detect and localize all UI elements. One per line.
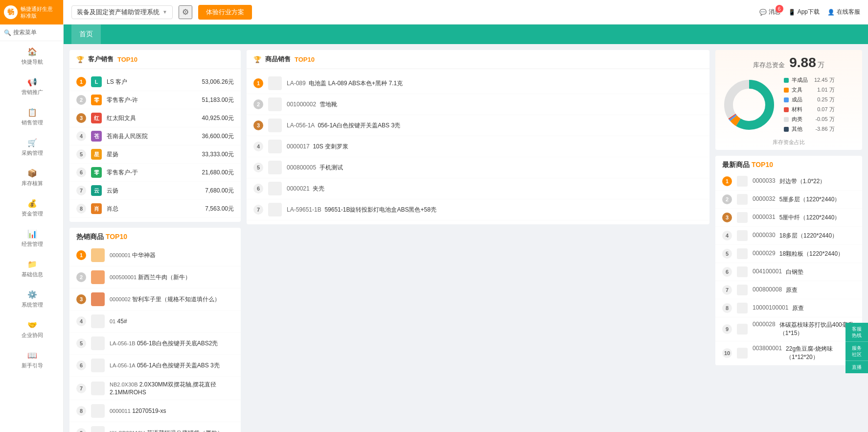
new-products-title: 最新商品 TOP10 [715, 156, 862, 172]
rank-item: 4 苍 苍南县人民医院 36,600.00元 [69, 127, 241, 145]
mid-column: 🏆 商品销售 TOP10 1 LA-089 电池盖 LA-089 ABS本色 [247, 50, 709, 432]
cs-community-button[interactable]: 服务社区 [845, 342, 868, 361]
sidebar-item-system[interactable]: ⚙️ 系统管理 [0, 284, 63, 314]
stock-legend: 半成品 12.45 万 文具 1.01 万 成品 0 [784, 76, 835, 133]
hot-prod-item: 5 LA-056-1B 056-1B白色按键开关底ABS2壳 [69, 333, 241, 355]
legend-dot [784, 127, 789, 132]
new-prod-thumb [737, 324, 748, 335]
sidebar-item-purchase[interactable]: 🛒 采购管理 [0, 132, 63, 163]
sales-icon: 📋 [27, 108, 37, 117]
search-icon: 🔍 [4, 29, 11, 36]
system-selector[interactable]: 装备及固定资产辅助管理系统 ▼ [71, 5, 173, 19]
legend-dot [784, 107, 789, 112]
hot-products-card: 热销商品 TOP10 1 0000001 中华神器 2 [69, 228, 241, 432]
trial-button[interactable]: 体验行业方案 [198, 5, 252, 20]
new-prod-info: 0000029 18颗粒板（1220*2440） [753, 250, 855, 258]
sidebar-item-collab[interactable]: 🤝 企业协同 [0, 314, 63, 345]
legend-item-other: 其他 -3.86 万 [784, 125, 835, 133]
new-prod-info: 0000033 封边带（1.0*22） [753, 177, 855, 186]
new-prod-thumb [737, 212, 748, 223]
message-button[interactable]: 💬 消息 6 [759, 8, 780, 16]
prod-rank-item: 1 LA-089 电池盖 LA-089 ABS本色+黑种 7.1克 [247, 73, 709, 94]
new-rank-3: 3 [722, 213, 732, 222]
content-area: 🏆 客户销售 TOP10 1 L LS 客户 53,006.26元 [64, 44, 868, 432]
guide-icon: 📖 [27, 351, 37, 360]
prod-info: 0000001 中华神器 [110, 251, 234, 260]
new-rank-9: 9 [722, 324, 732, 334]
sidebar-item-guide[interactable]: 📖 新手引导 [0, 345, 63, 375]
hot-rank-3: 3 [76, 294, 86, 304]
rank-item: 3 红 红太阳文具 40,925.00元 [69, 109, 241, 127]
legend-dot [784, 88, 789, 93]
legend-dot [784, 117, 789, 122]
product-ranking-title: 商品销售 [265, 55, 291, 64]
customer-value: 36,600.00元 [202, 132, 234, 141]
sidebar-item-operations[interactable]: 📊 经营管理 [0, 223, 63, 254]
chevron-down-icon: ▼ [162, 9, 167, 15]
sidebar: 畅 畅捷通好生意 标准版 🔍 搜索菜单 🏠 快捷导航 📢 营销推广 📋 销售管理… [0, 0, 64, 432]
sidebar-item-quicknav[interactable]: 🏠 快捷导航 [0, 41, 63, 72]
prod-info: 001000002 雪地靴 [287, 100, 703, 109]
customer-ranking-header: 🏆 客户销售 TOP10 [69, 50, 241, 69]
sidebar-item-inventory[interactable]: 📦 库存核算 [0, 163, 63, 193]
prod-rank-7: 7 [253, 205, 263, 215]
cs-live-button[interactable]: 直播 [845, 361, 868, 373]
hot-prod-item: 3 0000002 智利车子里（规格不知道填什么） [69, 288, 241, 311]
sidebar-item-finance[interactable]: 💰 资金管理 [0, 193, 63, 223]
stock-chart-label: 库存资金占比 [715, 137, 862, 150]
product-ranking-card: 🏆 商品销售 TOP10 1 LA-089 电池盖 LA-089 ABS本色 [247, 50, 709, 224]
hot-rank-1: 1 [76, 250, 86, 260]
prod-rank-item: 5 000800005 手机测试 [247, 157, 709, 178]
customer-top-badge: TOP10 [117, 56, 137, 63]
sidebar-nav: 🏠 快捷导航 📢 营销推广 📋 销售管理 🛒 采购管理 📦 库存核算 💰 资金管… [0, 41, 63, 432]
nav-item-home[interactable]: 首页 [71, 24, 101, 44]
app-download-button[interactable]: 📱 App下载 [788, 8, 820, 16]
customer-avatar: 红 [91, 113, 102, 123]
customer-ranking-body: 1 L LS 客户 53,006.26元 2 零 零售客户-许 51,183.0… [69, 69, 241, 222]
prod-thumb [91, 426, 105, 432]
prod-info: LA-59651-1B 59651-1B旋转投影灯电池盒ABS黑色+58壳 [287, 206, 703, 214]
customer-value: 53,006.26元 [202, 78, 234, 86]
hot-rank-5: 5 [76, 338, 86, 348]
customer-value: 40,925.00元 [202, 114, 234, 122]
product-ranking-header: 🏆 商品销售 TOP10 [247, 50, 709, 69]
stock-chart-area: 半成品 12.45 万 文具 1.01 万 成品 0 [715, 72, 862, 137]
new-prod-item: 4 0000030 18多层（1220*2440） [715, 227, 862, 245]
new-prod-item: 1 0000033 封边带（1.0*22） [715, 172, 862, 191]
search-menu[interactable]: 🔍 搜索菜单 [0, 24, 63, 41]
top-bar: 装备及固定资产辅助管理系统 ▼ ⚙ 体验行业方案 💬 消息 6 📱 App下载 … [64, 0, 868, 24]
hot-prod-item: 8 0000011 12070519-xs [69, 400, 241, 422]
system-icon: ⚙️ [27, 290, 37, 299]
page-nav: 首页 [64, 24, 868, 44]
cs-hotline-button[interactable]: 客服热线 [845, 323, 868, 342]
rank-num-5: 5 [76, 149, 86, 159]
new-prod-item: 7 000800008 原查 [715, 281, 862, 299]
online-service-button[interactable]: 👤 在线客服 [827, 8, 860, 16]
prod-rank-item: 4 0000017 10S 变刺罗浆 [247, 136, 709, 157]
customer-avatar: 苍 [91, 131, 102, 142]
prod-thumb [91, 292, 105, 306]
prod-info: LA-056-1A 056-1A白色按键开关盖ABS 3壳 [287, 121, 703, 130]
rank-num-4: 4 [76, 131, 86, 141]
customer-value: 33,333.00元 [202, 150, 234, 159]
settings-button[interactable]: ⚙ [179, 5, 192, 19]
sidebar-item-sales[interactable]: 📋 销售管理 [0, 102, 63, 132]
new-prod-info: 004100001 白钢垫 [753, 268, 855, 276]
new-prod-item: 8 10000100001 原查 [715, 299, 862, 317]
new-products-card: 最新商品 TOP10 1 0000033 封边带（1.0*22） 2 [715, 156, 862, 365]
rank-item: 1 L LS 客户 53,006.26元 [69, 73, 241, 91]
prod-rank-4: 4 [253, 142, 263, 151]
new-prod-info: 0000028 体碳荔枝味苏打饮品400毫升（1*15） [753, 321, 855, 337]
basics-icon: 📁 [27, 260, 37, 269]
new-rank-10: 10 [722, 348, 732, 358]
sidebar-item-marketing[interactable]: 📢 营销推广 [0, 72, 63, 102]
customer-rank-list: 1 L LS 客户 53,006.26元 2 零 零售客户-许 51,183.0… [69, 73, 241, 218]
new-rank-1: 1 [722, 176, 732, 186]
sidebar-item-basics[interactable]: 📁 基础信息 [0, 254, 63, 284]
hot-rank-7: 7 [76, 384, 86, 393]
new-prod-thumb [737, 266, 748, 277]
prod-thumb [268, 161, 282, 174]
new-prod-info: 0000031 5厘中纤（1220*2440） [753, 214, 855, 222]
prod-thumb [268, 97, 282, 111]
customer-name: 肖总 [107, 205, 200, 213]
